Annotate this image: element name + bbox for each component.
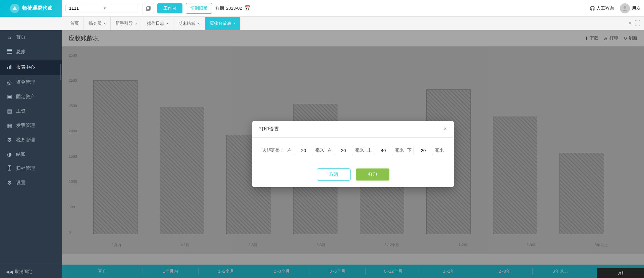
scrollbar-thumb [60, 64, 61, 80]
invoice-icon: ▦ [6, 122, 13, 129]
svg-rect-8 [9, 66, 10, 69]
dialog-body: 边距调整： 左 毫米 右 毫米 上 [252, 138, 454, 163]
sidebar-item-closing[interactable]: ◑ 结账 [0, 147, 62, 161]
tab-close-aging[interactable]: × [233, 21, 235, 25]
tax-icon: ⚙ [6, 137, 13, 143]
tab-close-guide[interactable]: × [135, 21, 137, 25]
tab-close-all-icon[interactable]: × [628, 20, 632, 27]
archive-icon: 🗄 [6, 165, 13, 171]
settings-icon: ⚙ [6, 180, 13, 186]
sidebar-item-funds[interactable]: ◎ 资金管理 [0, 75, 62, 89]
tab-expand-icon[interactable]: ⛶ [635, 20, 641, 27]
margin-top-group: 上 毫米 [367, 146, 404, 155]
sidebar-item-ledger[interactable]: 总账 [0, 44, 62, 60]
user-area[interactable]: 用友 [620, 3, 641, 13]
margin-row: 边距调整： 左 毫米 右 毫米 上 [262, 146, 444, 155]
modal-overlay: 打印设置 × 边距调整： 左 毫米 右 毫米 [62, 30, 644, 278]
consult-button[interactable]: 🎧 人工咨询 [590, 5, 614, 11]
margin-left-input[interactable] [294, 146, 313, 155]
sidebar-item-reports[interactable]: 报表中心 [0, 60, 62, 75]
top-header: 畅捷通易代账 1111 ▾ 工作台 切到旧版 账期 2023-02 📅 🎧 人工… [0, 0, 644, 17]
margin-right-group: 右 毫米 [327, 146, 364, 155]
tab-bar-right: × ⛶ [628, 20, 644, 27]
tab-bar: 首页 畅会员 × 新手引导 × 操作日志 × 期末结转 × 应收账龄表 × × … [0, 17, 644, 30]
sidebar-scroll: ⌂ 首页 总账 报表中心 ◎ 资金管理 ▣ 固定资产 [0, 30, 62, 265]
svg-rect-6 [7, 53, 12, 54]
dialog-footer: 取消 打印 [252, 163, 454, 187]
margin-left-group: 左 毫米 [287, 146, 324, 155]
svg-rect-7 [7, 67, 8, 69]
avatar [620, 3, 630, 13]
svg-rect-4 [7, 50, 12, 51]
main-layout: ⌂ 首页 总账 报表中心 ◎ 资金管理 ▣ 固定资产 [0, 30, 644, 278]
tab-guide[interactable]: 新手引导 × [111, 17, 142, 30]
sidebar-item-home[interactable]: ⌂ 首页 [0, 30, 62, 44]
logo-icon [10, 4, 19, 13]
company-selector[interactable]: 1111 ▾ [65, 4, 139, 12]
svg-point-2 [624, 6, 626, 9]
ledger-icon [6, 48, 13, 56]
reports-icon [6, 64, 13, 71]
sidebar-item-salary[interactable]: ▤ 工资 [0, 104, 62, 118]
content-area: 应收账龄表 ⬇ 下载 🖨 打印 ↻ 刷新 2500 [62, 30, 644, 278]
period-area: 账期 2023-02 📅 [215, 5, 251, 11]
tab-close-member[interactable]: × [104, 21, 106, 25]
copy-button[interactable] [143, 3, 154, 14]
print-settings-dialog: 打印设置 × 边距调整： 左 毫米 右 毫米 [252, 121, 454, 187]
funds-icon: ◎ [6, 79, 13, 85]
switch-old-button[interactable]: 切到旧版 [186, 3, 212, 14]
pin-icon: ◀◀ [6, 269, 13, 274]
tab-yearend[interactable]: 期末结转 × [173, 17, 205, 30]
assets-icon: ▣ [6, 93, 13, 100]
confirm-print-button[interactable]: 打印 [356, 168, 389, 181]
home-icon: ⌂ [6, 34, 13, 40]
tab-close-yearend[interactable]: × [198, 21, 200, 25]
sidebar-item-tax[interactable]: ⚙ 税务管理 [0, 133, 62, 147]
tab-member[interactable]: 畅会员 × [84, 17, 111, 30]
tab-home[interactable]: 首页 [65, 17, 84, 30]
tab-aging[interactable]: 应收账龄表 × [205, 17, 240, 30]
margin-bottom-input[interactable] [414, 146, 433, 155]
margin-bottom-group: 下 毫米 [407, 146, 444, 155]
sidebar-item-assets[interactable]: ▣ 固定资产 [0, 89, 62, 104]
workbench-button[interactable]: 工作台 [157, 3, 182, 13]
sidebar: ⌂ 首页 总账 报表中心 ◎ 资金管理 ▣ 固定资产 [0, 30, 62, 278]
closing-icon: ◑ [6, 151, 13, 157]
sidebar-item-archive[interactable]: 🗄 归档管理 [0, 161, 62, 176]
dialog-header: 打印设置 × [252, 121, 454, 138]
margin-top-input[interactable] [374, 146, 393, 155]
dialog-close-button[interactable]: × [443, 126, 447, 133]
svg-rect-5 [7, 52, 12, 52]
dropdown-arrow-icon: ▾ [104, 6, 136, 11]
svg-rect-9 [10, 65, 11, 69]
sidebar-pin-toggle[interactable]: ◀◀ 取消固定 [0, 265, 62, 278]
salary-icon: ▤ [6, 108, 13, 114]
tab-log[interactable]: 操作日志 × [142, 17, 173, 30]
headset-icon: 🎧 [590, 6, 595, 11]
sidebar-item-invoice[interactable]: ▦ 发票管理 [0, 118, 62, 133]
margin-right-input[interactable] [334, 146, 353, 155]
sidebar-item-settings[interactable]: ⚙ 设置 [0, 176, 62, 190]
calendar-icon[interactable]: 📅 [244, 5, 251, 11]
tab-close-log[interactable]: × [166, 21, 168, 25]
logo: 畅捷通易代账 [0, 0, 62, 17]
header-right: 🎧 人工咨询 用友 [590, 3, 641, 13]
cancel-button[interactable]: 取消 [317, 168, 351, 181]
svg-rect-3 [7, 49, 12, 50]
